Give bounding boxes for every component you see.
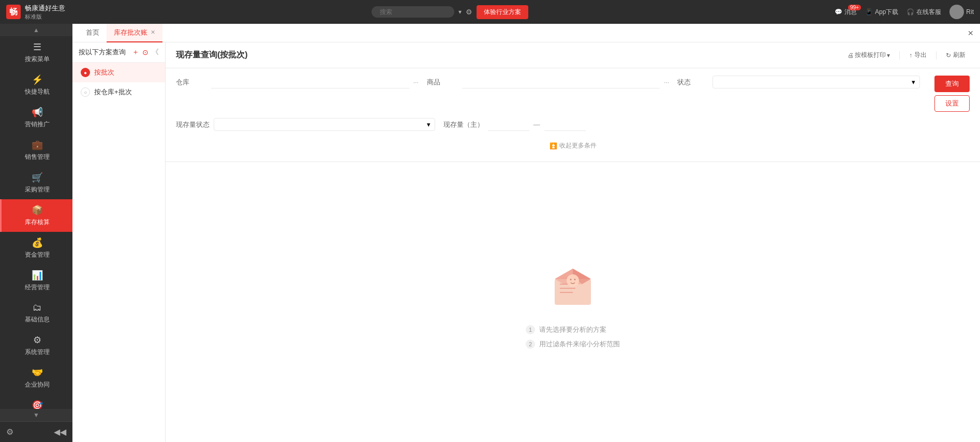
app-download-label: App下载 [875, 8, 898, 17]
sidebar-item-purchase[interactable]: 🛒 采购管理 [0, 167, 72, 199]
sidebar-label-purchase: 采购管理 [25, 185, 50, 194]
sidebar-label-operations: 经营管理 [25, 283, 50, 292]
export-button[interactable]: ↑ 导出 [905, 49, 931, 62]
sidebar-label-finance: 资金管理 [25, 251, 50, 259]
warehouse-label: 仓库 [176, 78, 207, 87]
user-profile[interactable]: Rit [949, 5, 974, 19]
stock-qty-min[interactable] [488, 119, 529, 131]
sidebar-item-quick-nav[interactable]: ⚡ 快捷导航 [0, 69, 72, 101]
stock-qty-max[interactable] [544, 119, 586, 131]
sidebar-item-search-menu[interactable]: ☰ 搜索菜单 [0, 36, 72, 69]
collapse-label: 收起更多条件 [559, 141, 597, 150]
sidebar: ▲ ☰ 搜索菜单 ⚡ 快捷导航 📢 营销推广 💼 销售管理 🛒 采购管理 [0, 24, 72, 442]
sidebar-item-marketing[interactable]: 📢 营销推广 [0, 101, 72, 134]
scheme-by-batch[interactable]: ● 按批次 [72, 63, 165, 82]
collapse-sidebar-icon[interactable]: ◀◀ [54, 427, 66, 437]
online-support-item[interactable]: 🎧 在线客服 [907, 8, 941, 17]
page-content: 按以下方案查询 ＋ ⊙ 《 ● 按批次 ○ 按仓库+批次 [72, 42, 980, 442]
sidebar-label-marketing: 营销推广 [25, 120, 50, 129]
sidebar-item-sales[interactable]: 💼 销售管理 [0, 134, 72, 167]
sidebar-item-system[interactable]: ⚙ 系统管理 [0, 329, 72, 362]
stock-status-select[interactable]: ▾ [214, 118, 435, 131]
sidebar-label-search-menu: 搜索菜单 [25, 55, 50, 64]
gear-icon[interactable]: ⚙ [466, 8, 472, 16]
finance-icon: 💰 [32, 237, 43, 248]
sidebar-label-quick-nav: 快捷导航 [25, 87, 50, 96]
right-buttons: 查询 设置 [934, 76, 970, 112]
right-panel: 现存量查询(按批次) 🖨 按模板打印 ▾ ↑ 导出 [166, 42, 980, 442]
settings-icon[interactable]: ⚙ [6, 427, 13, 437]
tab-inventory-batch[interactable]: 库存批次账 ✕ [107, 24, 162, 42]
tab-close-icon[interactable]: ✕ [151, 29, 155, 36]
top-bar-left: 畅 畅康通好生意 标准版 [6, 4, 65, 21]
filter-warehouse: 仓库 ··· [176, 76, 419, 89]
marketing-icon: 📢 [32, 107, 43, 118]
collapse-up-icon: ⏫ [550, 142, 557, 150]
sidebar-item-guide[interactable]: 🎯 新手引导 [0, 394, 72, 409]
page-actions: 🖨 按模板打印 ▾ ↑ 导出 ↻ 刷新 [843, 49, 970, 62]
filter-status: 状态 ▾ [677, 76, 920, 89]
app-download-item[interactable]: 📱 App下载 [865, 8, 898, 17]
product-more-icon[interactable]: ··· [664, 79, 669, 86]
export-icon: ↑ [909, 52, 912, 59]
empty-step-1: 1 请先选择要分析的方案 [526, 325, 620, 334]
search-input[interactable] [372, 6, 454, 18]
sidebar-item-enterprise[interactable]: 🤝 企业协同 [0, 362, 72, 394]
basic-info-icon: 🗂 [33, 302, 42, 313]
user-name: Rit [966, 8, 974, 16]
scheme-by-warehouse-batch[interactable]: ○ 按仓库+批次 [72, 82, 165, 102]
add-scheme-icon[interactable]: ＋ [132, 48, 139, 57]
page-header: 现存量查询(按批次) 🖨 按模板打印 ▾ ↑ 导出 [166, 42, 980, 68]
scheme-dot-inactive: ○ [81, 87, 90, 97]
refresh-button[interactable]: ↻ 刷新 [942, 49, 970, 62]
enterprise-icon: 🤝 [32, 367, 43, 378]
tab-inventory-batch-label: 库存批次账 [114, 28, 147, 37]
divider-2 [936, 51, 937, 60]
empty-state: 1 请先选择要分析的方案 2 用过滤条件来缩小分析范围 [166, 162, 980, 442]
collapse-panel-icon[interactable]: 《 [152, 48, 159, 57]
empty-steps: 1 请先选择要分析的方案 2 用过滤条件来缩小分析范围 [526, 325, 620, 354]
sidebar-scroll-down[interactable]: ▼ [0, 409, 72, 421]
sidebar-label-system: 系统管理 [25, 348, 50, 357]
sidebar-item-inventory[interactable]: 📦 库存核算 [0, 199, 72, 232]
print-label: 按模板打印 [855, 51, 886, 60]
sidebar-item-finance[interactable]: 💰 资金管理 [0, 232, 72, 264]
tab-home[interactable]: 首页 [79, 24, 107, 42]
close-all-tabs-button[interactable]: ✕ [968, 29, 974, 37]
online-support-label: 在线客服 [916, 8, 941, 17]
step-1-num: 1 [526, 325, 535, 334]
warehouse-input[interactable] [211, 76, 409, 89]
warehouse-more-icon[interactable]: ··· [413, 79, 419, 86]
filter-row-2: 现存量状态 ▾ 现存量（主） — [176, 118, 970, 131]
app-info: 畅康通好生意 标准版 [25, 4, 65, 21]
sales-icon: 💼 [32, 139, 43, 151]
purchase-icon: 🛒 [32, 172, 43, 183]
trial-button[interactable]: 体验行业方案 [477, 5, 528, 19]
scheme-settings-icon[interactable]: ⊙ [142, 48, 149, 56]
top-bar-right: 💬 消息 99+ 📱 App下载 🎧 在线客服 Rit [835, 5, 974, 19]
operations-icon: 📊 [32, 270, 43, 281]
stock-status-dropdown-icon: ▾ [427, 121, 430, 128]
quick-nav-icon: ⚡ [32, 74, 43, 85]
filter-stock-qty: 现存量（主） — [443, 119, 703, 131]
status-label: 状态 [677, 78, 708, 87]
messages-item[interactable]: 💬 消息 99+ [835, 8, 857, 17]
sidebar-bottom: ⚙ ◀◀ [0, 421, 72, 442]
dropdown-icon[interactable]: ▾ [458, 8, 462, 16]
collapse-bar[interactable]: ⏫ 收起更多条件 [176, 137, 970, 154]
left-panel: 按以下方案查询 ＋ ⊙ 《 ● 按批次 ○ 按仓库+批次 [72, 42, 166, 442]
left-panel-header: 按以下方案查询 ＋ ⊙ 《 [72, 42, 165, 63]
query-button[interactable]: 查询 [934, 76, 970, 92]
product-input[interactable] [462, 76, 660, 89]
sidebar-item-basic-info[interactable]: 🗂 基础信息 [0, 297, 72, 329]
filter-settings-button[interactable]: 设置 [934, 95, 970, 112]
sidebar-item-operations[interactable]: 📊 经营管理 [0, 264, 72, 297]
status-select[interactable]: ▾ [712, 76, 920, 89]
product-label: 商品 [427, 78, 458, 87]
empty-step-2: 2 用过滤条件来缩小分析范围 [526, 340, 620, 349]
print-button[interactable]: 🖨 按模板打印 ▾ [843, 49, 894, 62]
guide-icon: 🎯 [32, 400, 43, 409]
search-menu-icon: ☰ [33, 41, 41, 53]
sidebar-scroll-up[interactable]: ▲ [0, 24, 72, 36]
printer-icon: 🖨 [848, 52, 854, 59]
